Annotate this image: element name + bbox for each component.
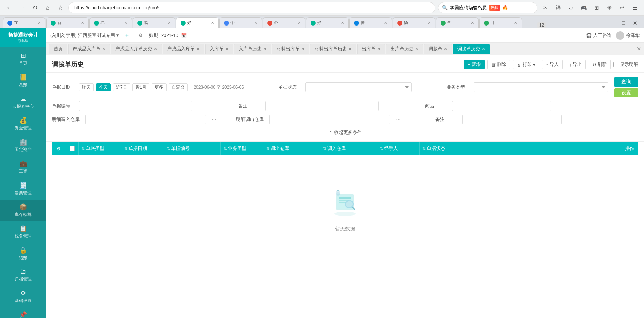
- checkbox-display[interactable]: [613, 62, 618, 67]
- tab-home[interactable]: 首页: [49, 44, 67, 54]
- sidebar-item-fund[interactable]: 💰 资金管理: [0, 113, 46, 135]
- tab-close-out-history[interactable]: ✕: [415, 46, 419, 51]
- tab-in-order[interactable]: 入库单 ✕: [205, 44, 233, 54]
- th-biz-type[interactable]: ⇅ 业务类型: [221, 142, 263, 155]
- detail-out-select-btn[interactable]: ···: [396, 116, 400, 123]
- display-toggle[interactable]: 显示明细: [613, 61, 638, 68]
- tab-close-material-out-history[interactable]: ✕: [348, 46, 352, 51]
- minimize-button[interactable]: ─: [607, 18, 617, 28]
- th-number[interactable]: ⇅ 单据编号: [164, 142, 221, 155]
- browser-tab-5[interactable]: 个 ✕: [219, 17, 262, 28]
- filter-settings-button[interactable]: 设置: [614, 88, 638, 97]
- sidebar-item-inventory[interactable]: 📦 库存核算: [0, 200, 46, 221]
- refresh-button[interactable]: ↻: [30, 3, 40, 13]
- sidebar-item-cloud-report[interactable]: ☁ 云报表中心: [0, 91, 46, 113]
- sidebar-item-close-books[interactable]: 🔒 结账: [0, 243, 46, 264]
- tab-product-in-history[interactable]: 产成品入库单历史 ✕: [111, 44, 162, 54]
- browser-tab-active[interactable]: 好 ✕: [176, 17, 219, 28]
- tab-close-product-in-2[interactable]: ✕: [196, 46, 200, 51]
- browser-tab-2[interactable]: 新 ✕: [46, 17, 89, 28]
- translate-icon[interactable]: 译: [553, 3, 563, 13]
- add-company-button[interactable]: +: [122, 31, 132, 40]
- detail-in-input[interactable]: [85, 115, 206, 124]
- th-status[interactable]: ⇅ 单据状态: [420, 142, 462, 155]
- company-settings-button[interactable]: ⚙: [135, 31, 146, 39]
- delete-button[interactable]: 🗑 删除: [487, 60, 510, 69]
- home-button[interactable]: ⌂: [43, 3, 53, 13]
- browser-tab-11[interactable]: 目 ✕: [479, 17, 522, 28]
- date-btn-7days[interactable]: 近7天: [113, 83, 130, 91]
- service-button[interactable]: 🎧 人工咨询: [586, 32, 612, 39]
- date-btn-1month[interactable]: 近1月: [132, 83, 150, 91]
- th-in-warehouse[interactable]: ⇅ 调入仓库: [320, 142, 377, 155]
- tab-close-transfer-history[interactable]: ✕: [482, 46, 485, 51]
- tab-close-in-history[interactable]: ✕: [263, 46, 267, 51]
- export-button[interactable]: ↓ 导出: [566, 60, 586, 69]
- browser-tab-3[interactable]: 易 ✕: [89, 17, 132, 28]
- date-btn-more[interactable]: 更多: [152, 83, 167, 91]
- sidebar-item-settings[interactable]: ⚙ 基础设置: [0, 286, 46, 307]
- th-handler[interactable]: ⇅ 经手人: [377, 142, 420, 155]
- sidebar-item-archive[interactable]: 🗂 归档管理: [0, 264, 46, 286]
- tab-close-product-in-history[interactable]: ✕: [154, 46, 157, 51]
- date-btn-custom[interactable]: 自定义: [169, 83, 188, 91]
- th-out-warehouse[interactable]: ⇅ 调出仓库: [263, 142, 320, 155]
- back-button[interactable]: ←: [4, 3, 14, 13]
- browser-tab-10[interactable]: 各 ✕: [436, 17, 479, 28]
- browser-tab-9[interactable]: 畅 ✕: [393, 17, 435, 28]
- close-window-button[interactable]: ✕: [630, 18, 640, 28]
- tab-material-out[interactable]: 材料出库单 ✕: [272, 44, 309, 54]
- tab-close-transfer[interactable]: ✕: [444, 46, 447, 51]
- th-check[interactable]: [65, 142, 79, 155]
- date-btn-today[interactable]: 今天: [96, 83, 111, 91]
- tab-bar-close[interactable]: ✕: [637, 45, 644, 52]
- grid-icon[interactable]: ⊞: [591, 3, 601, 13]
- browser-tab-8[interactable]: 腾 ✕: [349, 17, 392, 28]
- sidebar-item-fixed-assets[interactable]: 🏢 固定资产: [0, 135, 46, 156]
- address-input[interactable]: [68, 2, 435, 13]
- star-button[interactable]: ☆: [55, 3, 65, 13]
- undo-icon[interactable]: ↩: [617, 3, 627, 13]
- date-btn-yesterday[interactable]: 昨天: [79, 83, 94, 91]
- menu-icon[interactable]: ☰: [630, 3, 640, 13]
- import-button[interactable]: ↑ 导入: [542, 60, 563, 69]
- collapse-button[interactable]: ⌃ 收起更多条件: [329, 128, 362, 137]
- maximize-button[interactable]: □: [618, 18, 628, 28]
- tab-close-in-order[interactable]: ✕: [225, 46, 229, 51]
- biz-type-select[interactable]: [474, 82, 608, 92]
- detail-out-input[interactable]: [269, 115, 390, 124]
- sidebar-item-guide[interactable]: 📌 新手引导: [0, 307, 46, 318]
- company-selector[interactable]: (勿删勿禁用) 江西服宝测试专用 ▾: [50, 32, 119, 39]
- th-gear[interactable]: ⚙: [52, 142, 65, 155]
- print-button[interactable]: 🖨 打印 ▾: [513, 60, 539, 69]
- tab-close-product-in[interactable]: ✕: [102, 46, 105, 51]
- tab-close-material-out[interactable]: ✕: [301, 46, 305, 51]
- shield-icon[interactable]: 🛡: [566, 3, 576, 13]
- th-type[interactable]: ⇅ 单账类型: [79, 142, 121, 155]
- sidebar-item-tax[interactable]: 📋 税务管理: [0, 221, 46, 243]
- calendar-icon[interactable]: 📅: [181, 33, 187, 38]
- sidebar-item-invoice[interactable]: 🧾 发票管理: [0, 178, 46, 200]
- forward-button[interactable]: →: [17, 3, 27, 13]
- game-icon[interactable]: 🎮: [579, 3, 589, 13]
- goods-select-btn[interactable]: ···: [557, 103, 562, 109]
- tab-product-in-2[interactable]: 产成品入库单 ✕: [163, 44, 204, 54]
- tab-close-out-order[interactable]: ✕: [377, 46, 381, 51]
- remark-input[interactable]: [265, 101, 379, 111]
- tab-in-history[interactable]: 入库单历史 ✕: [234, 44, 271, 54]
- new-button[interactable]: + 新增: [464, 60, 485, 69]
- header-checkbox[interactable]: [70, 146, 75, 151]
- tab-out-history[interactable]: 出库单历史 ✕: [386, 44, 423, 54]
- query-button[interactable]: 查询: [614, 77, 638, 87]
- goods-input[interactable]: [452, 101, 551, 111]
- detail-in-select-btn[interactable]: ···: [212, 116, 216, 123]
- browser-tab-7[interactable]: 好 ✕: [306, 17, 349, 28]
- tab-material-out-history[interactable]: 材料出库单历史 ✕: [310, 44, 356, 54]
- sidebar-item-home[interactable]: ⊞ 首页: [0, 48, 46, 70]
- browser-tab-6[interactable]: 企 ✕: [263, 17, 305, 28]
- scissors-icon[interactable]: ✂: [540, 3, 550, 13]
- refresh-button-main[interactable]: ↺ 刷新: [589, 60, 611, 69]
- status-select[interactable]: [305, 82, 412, 92]
- th-date[interactable]: ⇅ 单据日期: [121, 142, 164, 155]
- tab-transfer-history[interactable]: 调拨单历史 ✕: [453, 44, 490, 54]
